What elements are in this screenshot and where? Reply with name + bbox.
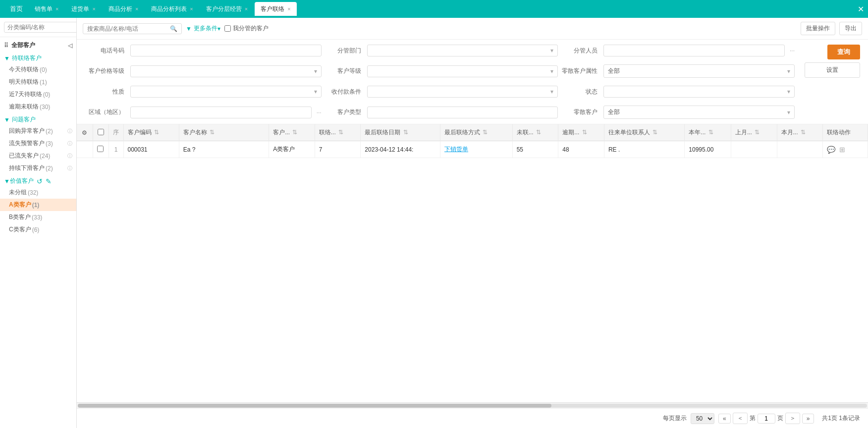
per-page-select[interactable]: 50: [691, 413, 714, 424]
sidebar-item-7days[interactable]: 近7天待联络 (0): [0, 88, 76, 101]
col-this-month[interactable]: 本月... ⇅: [777, 124, 823, 141]
cell-last-method[interactable]: 下销货单: [440, 141, 513, 158]
scroll-thumb[interactable]: [78, 404, 551, 408]
retail-customer-select[interactable]: 全部 ▾: [603, 106, 795, 119]
price-level-select[interactable]: ▾: [130, 65, 322, 77]
horizontal-scrollbar[interactable]: [77, 402, 868, 408]
sidebar-collapse-icon[interactable]: ◁: [68, 42, 72, 49]
nature-select[interactable]: ▾: [130, 86, 322, 98]
export-button[interactable]: 导出: [839, 22, 862, 35]
page-input[interactable]: [758, 414, 775, 424]
status-label: 状态: [558, 88, 597, 96]
col-actions: 联络动作: [823, 124, 868, 141]
window-close-icon[interactable]: ✕: [858, 4, 864, 14]
nav-tab-customer-contact[interactable]: 客户联络 ×: [255, 2, 296, 16]
group-pending-contact[interactable]: ▼ 待联络客户: [0, 52, 76, 63]
close-sales-tab[interactable]: ×: [55, 6, 58, 12]
filter-row-2: 客户价格等级 ▾ 客户等级 ▾: [85, 64, 795, 78]
settings-button[interactable]: 设置: [805, 62, 860, 78]
nav-home[interactable]: 首页: [4, 4, 29, 13]
nav-tab-purchase[interactable]: 进货单 ×: [65, 2, 101, 16]
qr-icon[interactable]: ⊞: [839, 146, 845, 154]
sidebar-item-declining[interactable]: 持续下滑客户 (2) ⓘ: [0, 162, 76, 174]
col-contact-person[interactable]: 往来单位联系人 ⇅: [604, 124, 684, 141]
close-analysis-list-tab[interactable]: ×: [190, 6, 193, 12]
dept-select[interactable]: ▾: [367, 45, 558, 56]
sidebar-item-repurchase[interactable]: 回购异常客户 (2) ⓘ: [0, 125, 76, 137]
search-input[interactable]: [87, 25, 168, 32]
col-settings[interactable]: ⚙: [77, 124, 93, 141]
per-page-label: 每页显示: [663, 414, 687, 423]
sort-date-icon: ⇅: [403, 129, 408, 136]
col-last-method[interactable]: 最后联络方式 ⇅: [440, 124, 513, 141]
sidebar-item-lostwarning[interactable]: 流失预警客户 (3) ⓘ: [0, 137, 76, 150]
last-page-btn[interactable]: »: [802, 414, 814, 424]
col-last-month[interactable]: 上月... ⇅: [731, 124, 777, 141]
col-no-contact[interactable]: 未联... ⇅: [512, 124, 558, 141]
nav-tab-sales[interactable]: 销售单 ×: [29, 2, 64, 16]
group-arrow-icon3: ▼: [4, 178, 10, 185]
customer-level-select[interactable]: ▾: [367, 65, 558, 77]
refresh-icon[interactable]: ↺: [37, 177, 43, 185]
select-all-checkbox[interactable]: [98, 129, 104, 135]
price-down-arrow: ▾: [314, 68, 317, 75]
col-checkbox[interactable]: [93, 124, 108, 141]
manager-dots-icon[interactable]: ···: [790, 47, 795, 54]
col-level[interactable]: 客户... ⇅: [269, 124, 315, 141]
close-analysis-tab[interactable]: ×: [135, 6, 138, 12]
col-last-date[interactable]: 最后联络日期 ⇅: [361, 124, 440, 141]
sidebar-item-today[interactable]: 今天待联络 (0): [0, 63, 76, 76]
close-customer-tier-tab[interactable]: ×: [245, 6, 248, 12]
bulk-ops-button[interactable]: 批量操作: [801, 22, 835, 35]
message-icon[interactable]: 💬: [827, 146, 835, 154]
cell-name: Ea ?: [179, 141, 269, 158]
row-checkbox[interactable]: [97, 146, 104, 152]
sidebar-item-b-class[interactable]: B类客户 (33): [0, 211, 76, 223]
col-this-year[interactable]: 本年... ⇅: [685, 124, 731, 141]
scroll-track: [78, 404, 867, 408]
sort-this-month-icon: ⇅: [801, 129, 806, 136]
cell-settings: [77, 141, 93, 158]
sort-level-icon: ⇅: [292, 129, 297, 136]
filter-icon: ▼: [186, 25, 192, 32]
sidebar-item-overdue[interactable]: 逾期未联络 (30): [0, 101, 76, 113]
status-down-arrow: ▾: [787, 88, 790, 95]
col-contact[interactable]: 联络... ⇅: [315, 124, 361, 141]
group-problem[interactable]: ▼ 问题客户: [0, 113, 76, 125]
close-purchase-tab[interactable]: ×: [92, 6, 95, 12]
sidebar-item-ungroup[interactable]: 未分组 (32): [0, 186, 76, 199]
nav-tab-analysis[interactable]: 商品分析 ×: [103, 2, 144, 16]
sidebar-item-lost[interactable]: 已流失客户 (24) ⓘ: [0, 150, 76, 162]
sort-method-icon: ⇅: [483, 129, 488, 136]
phone-input[interactable]: [130, 45, 322, 56]
my-customers-check: 我分管的客户: [224, 24, 269, 33]
sidebar-search-input[interactable]: [4, 22, 77, 33]
query-button[interactable]: 查询: [827, 45, 860, 59]
close-customer-contact-tab[interactable]: ×: [287, 6, 290, 12]
sidebar-item-tomorrow[interactable]: 明天待联络 (1): [0, 76, 76, 88]
sidebar-item-a-class[interactable]: A类客户 (1): [0, 199, 76, 211]
region-dots-icon[interactable]: ···: [317, 109, 322, 116]
col-overdue[interactable]: 逾期... ⇅: [558, 124, 604, 141]
more-filters-btn[interactable]: ▼ 更多条件 ▾: [186, 24, 220, 33]
sidebar-item-c-class[interactable]: C类客户 (6): [0, 223, 76, 236]
search-icon[interactable]: 🔍: [170, 25, 177, 32]
retail-attr-select[interactable]: 全部 ▾: [603, 64, 795, 78]
manager-input[interactable]: [603, 45, 785, 56]
edit-icon[interactable]: ✎: [46, 177, 52, 185]
my-customers-checkbox[interactable]: [224, 25, 231, 32]
col-code[interactable]: 客户编码 ⇅: [123, 124, 179, 141]
nav-tab-analysis-list[interactable]: 商品分析列表 ×: [145, 2, 199, 16]
col-name[interactable]: 客户名称 ⇅: [179, 124, 269, 141]
nav-tab-customer-tier[interactable]: 客户分层经营 ×: [200, 2, 254, 16]
first-page-btn[interactable]: «: [718, 414, 731, 424]
last-method-link[interactable]: 下销货单: [444, 146, 468, 153]
region-input[interactable]: [130, 107, 312, 118]
prev-page-btn[interactable]: ＜: [733, 413, 748, 424]
filter-retail-attr: 零散客户属性 全部 ▾: [558, 64, 795, 78]
next-page-btn[interactable]: ＞: [785, 413, 800, 424]
payment-select[interactable]: ▾: [367, 86, 558, 98]
customer-type-input[interactable]: [367, 107, 558, 118]
status-select[interactable]: ▾: [603, 86, 795, 98]
cell-checkbox[interactable]: [93, 141, 108, 158]
